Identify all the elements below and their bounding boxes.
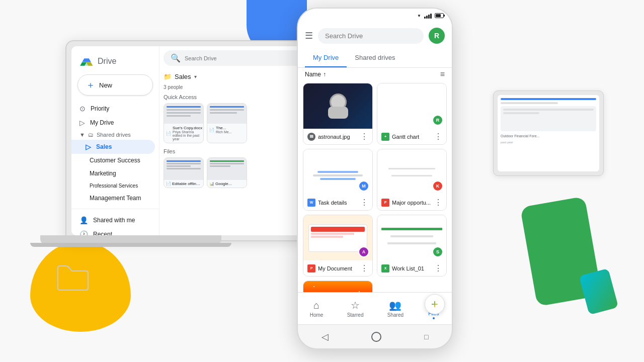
sidebar-item-recent[interactable]: 🕐 Recent [71, 227, 155, 235]
shareddrives-arrow: ▼ [79, 132, 85, 138]
phone-status-bar: ▼ [298, 9, 452, 23]
major-more-btn[interactable]: ⋮ [434, 198, 442, 207]
file-card-1[interactable]: 📄 Editable offline docu... [164, 157, 204, 188]
file-2-footer: 📊 Google... [207, 180, 247, 188]
mydoc-footer: P My Document ⋮ [303, 260, 372, 276]
gantt-thumb: R [377, 83, 446, 129]
sidebar-label-professional-services: Professional Services [90, 183, 138, 189]
qa-file-name-1: Sue's Copy.docx [173, 126, 202, 130]
sidebar-item-shareddrives[interactable]: ▼ 🗂 Shared drives [71, 130, 159, 140]
qa-thumb-line-1 [167, 106, 201, 108]
qa-card-2-footer: 📄 The... Rich Me... [207, 124, 247, 136]
sidebar-item-professional-services[interactable]: Professional Services [71, 180, 155, 192]
task-filename: Task details [318, 200, 347, 206]
user-avatar[interactable]: R [429, 28, 445, 44]
new-plus-icon: ＋ [86, 79, 95, 91]
fc-line-4 [167, 168, 201, 169]
priority-icon: ⊙ [79, 105, 86, 113]
hamburger-icon[interactable]: ☰ [305, 30, 313, 41]
file-grid: 🖼 astronaut.jpg ⋮ [303, 83, 447, 292]
home-button[interactable] [371, 332, 381, 342]
quick-access-grid: P 📄 Sue's Copy.docx Priya Sharma edited … [164, 103, 317, 143]
search-input[interactable] [185, 55, 310, 61]
mydoc-more-btn[interactable]: ⋮ [360, 263, 368, 273]
gantt-info: + Gantt chart [381, 133, 419, 141]
mydoc-type-icon: P [307, 264, 315, 273]
astronaut-more-btn[interactable]: ⋮ [360, 132, 368, 141]
tab-shared-drives[interactable]: Shared drives [347, 49, 403, 67]
phone-search-input[interactable] [318, 28, 424, 44]
bottom-nav-home[interactable]: ⌂ Home [304, 298, 330, 320]
tab-my-drive-label: My Drive [313, 54, 339, 61]
tokyo-thumb [303, 281, 372, 292]
sidebar-label-management-team: Management Team [90, 195, 141, 202]
bar-3 [428, 15, 430, 19]
sort-arrow: ↑ [323, 71, 326, 78]
laptop-right: Outdoor Financial Fore... past year [493, 90, 604, 176]
tab-my-drive[interactable]: My Drive [305, 49, 347, 67]
mydoc-title-bar [311, 227, 365, 232]
fc2-line-2 [210, 163, 244, 164]
sort-name-label: Name [305, 71, 321, 78]
file-card-tokyo[interactable]: 🖼 Next Tokyo... ⋮ [303, 281, 373, 292]
sidebar-item-sales[interactable]: ▷ Sales [71, 140, 155, 154]
sidebar-label-recent: Recent [93, 231, 112, 235]
qa-card-1[interactable]: P 📄 Sue's Copy.docx Priya Sharma edited … [164, 103, 204, 143]
files-grid: 📄 Editable offline docu... 📊 Google... [164, 157, 317, 188]
file-card-gantt[interactable]: R + Gantt chart ⋮ [377, 83, 447, 145]
qa-card-2[interactable]: 📄 The... Rich Me... [207, 103, 247, 143]
astronaut-info: 🖼 astronaut.jpg [307, 133, 350, 141]
sidebar-label-shareddrives: Shared drives [97, 132, 131, 138]
fab-button[interactable]: + [425, 294, 445, 314]
fc-line-1 [167, 160, 201, 162]
qa-thumb-line-2 [167, 109, 201, 111]
tab-shared-drives-label: Shared drives [355, 54, 395, 61]
bottom-nav-shared[interactable]: 👥 Shared [381, 297, 410, 320]
task-line-4 [313, 174, 363, 176]
gantt-more-btn[interactable]: ⋮ [434, 132, 442, 141]
star-2 [359, 291, 360, 292]
worklist-filename: Work List_01 [392, 265, 424, 272]
task-more-btn[interactable]: ⋮ [360, 198, 368, 207]
view-toggle-button[interactable]: ≡ [440, 70, 445, 79]
major-thumb: K [377, 149, 446, 195]
search-bar[interactable]: 🔍 [164, 50, 317, 66]
qa-thumb-line-4 [167, 115, 191, 117]
sidebar-item-marketing[interactable]: Marketing [71, 167, 155, 180]
battery-icon [435, 13, 444, 18]
file-card-mydoc[interactable]: A P My Document ⋮ [303, 215, 373, 277]
file-card-task[interactable]: M W Task details ⋮ [303, 149, 373, 211]
back-button[interactable]: ◁ [317, 327, 333, 346]
sidebar-label-customer-success: Customer Success [90, 157, 140, 164]
file-card-2[interactable]: 📊 Google... [207, 157, 247, 188]
wl-line-3 [390, 235, 433, 237]
sidebar-divider [71, 209, 159, 209]
bottom-nav-starred[interactable]: ☆ Starred [341, 297, 370, 320]
worklist-more-btn[interactable]: ⋮ [434, 263, 442, 273]
folder-icon-laptop: 📁 [164, 73, 172, 80]
drive-logo-text: Drive [98, 57, 116, 66]
home-icon: ⌂ [313, 300, 319, 311]
recents-button[interactable]: □ [420, 329, 432, 345]
worklist-thumb: S [377, 215, 446, 260]
sidebar-item-sharedwithme[interactable]: 👤 Shared with me [71, 213, 155, 227]
sidebar-item-management-team[interactable]: Management Team [71, 192, 155, 205]
task-line-5 [320, 178, 355, 180]
new-button[interactable]: ＋ New [77, 74, 153, 96]
file-card-worklist[interactable]: S X Work List_01 ⋮ [377, 215, 447, 277]
wl-line-1 [381, 228, 442, 230]
file-1-footer: 📄 Editable offline docu... [164, 180, 203, 188]
sidebar-item-priority[interactable]: ⊙ Priority [71, 102, 155, 116]
file-name-2: Google... [215, 182, 231, 186]
laptop-right-screen: Outdoor Financial Fore... past year [498, 95, 599, 171]
major-footer: P Major opportu... ⋮ [377, 195, 446, 210]
sidebar-item-mydrive[interactable]: ▷ My Drive [71, 116, 155, 130]
file-card-astronaut[interactable]: 🖼 astronaut.jpg ⋮ [303, 83, 373, 145]
sort-label[interactable]: Name ↑ [305, 71, 326, 78]
sidebar-label-priority: Priority [91, 105, 109, 112]
sales-icon: ▷ [86, 143, 91, 151]
quick-access-title: Quick Access [164, 94, 317, 100]
astronaut-thumb [303, 83, 372, 129]
file-card-major[interactable]: K P Major opportu... ⋮ [377, 149, 447, 211]
sidebar-item-customer-success[interactable]: Customer Success [71, 154, 155, 167]
